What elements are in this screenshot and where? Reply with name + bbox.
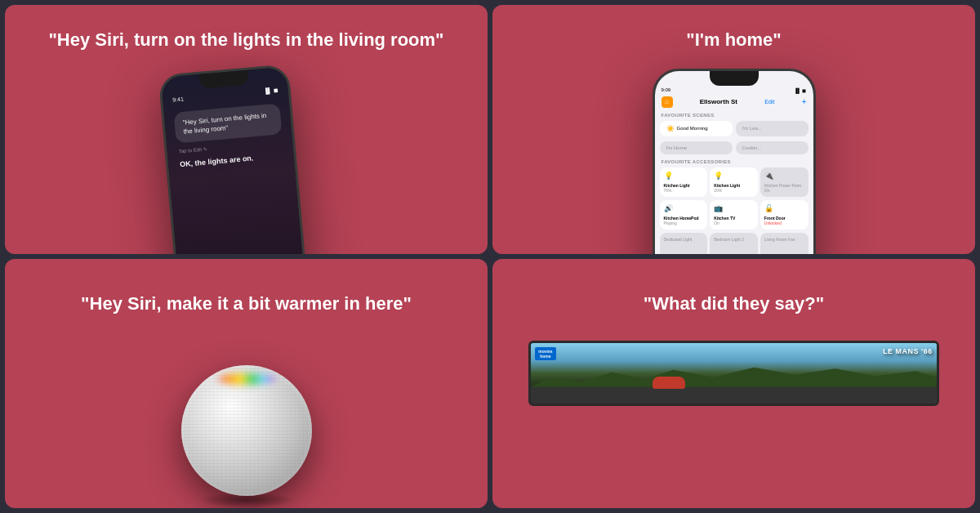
home-app-screen: 9:09 ▐▌ ◼ ⌂ Ellsworth St Edit + Favourit… (655, 71, 813, 254)
kitchen-power-name: Kitchen Power Point (764, 183, 804, 188)
kitchen-homepod-name: Kitchen HomePod (664, 216, 704, 221)
accessories-grid-top: 💡 Kitchen Light 76% 💡 Kitchen Light 20% … (660, 167, 808, 197)
front-door-tile[interactable]: 🔓 Front Door Unlocked (760, 200, 808, 230)
panel2-quote: "I'm home" (662, 28, 806, 52)
homepod-icon: 🔊 (664, 204, 704, 212)
device-2-name: Bedroom Light 2 (714, 237, 754, 242)
homepod-mesh (181, 365, 312, 496)
front-door-status: Unlocked (764, 221, 804, 225)
device-3-name: Living Room Fan (764, 237, 804, 242)
kitchen-power-status: On (764, 188, 804, 193)
scene-im-leaving[interactable]: I'm Lea... (736, 121, 808, 136)
siri-status-bar: 9:41 ▐▌ ◼ (172, 87, 278, 102)
panel3-quote: "Hey Siri, make it a bit warmer in here" (56, 292, 436, 316)
sun-icon: ☀️ (666, 125, 675, 132)
power-icon: 🔌 (764, 172, 804, 180)
kitchen-light-1-pct: 76% (664, 188, 704, 193)
kitchen-light-2-pct: 20% (714, 188, 754, 193)
tv-movie-title: LE MANS '66 (883, 347, 933, 355)
home-plus: + (802, 97, 807, 106)
im-leaving-label: I'm Lea... (742, 126, 763, 131)
movies-badge: movies home (535, 347, 555, 360)
home-app-icon: ⌂ (662, 96, 673, 108)
device-1-tile[interactable]: Dedicated Light (660, 233, 708, 254)
home-header: ⌂ Ellsworth St Edit + (660, 96, 808, 108)
device-3-tile[interactable]: Living Room Fan (760, 233, 808, 254)
accessories-grid-bottom: 🔊 Kitchen HomePod Playing 📺 Kitchen TV O… (660, 200, 808, 230)
tv-icon: 📺 (714, 204, 754, 212)
im-home-label: I'm Home (666, 145, 687, 150)
device-1-name: Dedicated Light (664, 237, 704, 242)
siri-screen: 9:41 ▐▌ ◼ "Hey Siri, turn on the lights … (160, 66, 308, 254)
kitchen-homepod-tile[interactable]: 🔊 Kitchen HomePod Playing (660, 200, 708, 230)
siri-time: 9:41 (172, 96, 183, 102)
home-signal: ▐▌ ◼ (794, 87, 806, 93)
home-edit: Edit (764, 99, 774, 105)
panel4-quote: "What did they say?" (619, 292, 849, 316)
kitchen-light-2-tile[interactable]: 💡 Kitchen Light 20% (710, 167, 758, 197)
lightbulb-icon: 💡 (664, 172, 704, 180)
tv-screen: movies home LE MANS '66 (531, 343, 936, 404)
home-location: Ellsworth St (700, 98, 737, 105)
siri-signal: ▐▌ ◼ (263, 87, 278, 95)
lightbulb2-icon: 💡 (714, 172, 754, 180)
tv-road (531, 387, 936, 404)
kitchen-homepod-status: Playing (664, 221, 704, 225)
lock-icon: 🔓 (764, 204, 804, 212)
siri-bubble-text: "Hey Siri, turn on the lights in the liv… (182, 110, 274, 136)
panel1-quote: "Hey Siri, turn on the lights in the liv… (24, 28, 468, 52)
iphone-home-mockup: 9:09 ▐▌ ◼ ⌂ Ellsworth St Edit + Favourit… (653, 69, 816, 254)
favourite-accessories-label: Favourite Accessories (660, 159, 808, 164)
scene-im-home[interactable]: I'm Home (660, 141, 733, 154)
tv-mockup: movies home LE MANS '66 (528, 341, 938, 406)
siri-glow-ring (218, 373, 275, 385)
scenes-row-bottom: I'm Home Cookin... (660, 141, 808, 154)
kitchen-light-1-tile[interactable]: 💡 Kitchen Light 76% (660, 167, 708, 197)
favourite-scenes-label: Favourite Scenes (660, 113, 808, 118)
accessories-grid-extra: Dedicated Light Bedroom Light 2 Living R… (660, 233, 808, 254)
scenes-row-top: ☀️ Good Morning I'm Lea... (660, 121, 808, 136)
panel-what-did-they-say: "What did they say?" movies home LE MANS… (492, 259, 975, 508)
good-morning-label: Good Morning (677, 126, 708, 131)
device-2-tile[interactable]: Bedroom Light 2 (710, 233, 758, 254)
panel-im-home: "I'm home" 9:09 ▐▌ ◼ ⌂ Ellsworth St Edit… (492, 5, 975, 254)
homepod-visual (169, 353, 324, 508)
home-status-bar: 9:09 ▐▌ ◼ (660, 87, 808, 93)
kitchen-tv-status: On (714, 221, 754, 225)
homepod-area (5, 332, 488, 508)
homepod-body (181, 365, 312, 496)
scene-good-morning[interactable]: ☀️ Good Morning (660, 121, 733, 136)
panel-homepod: "Hey Siri, make it a bit warmer in here" (5, 259, 488, 508)
kitchen-tv-tile[interactable]: 📺 Kitchen TV On (710, 200, 758, 230)
home-time: 9:09 (662, 87, 671, 92)
cooking-label: Cookin... (742, 145, 762, 150)
siri-bubble: "Hey Siri, turn on the lights in the liv… (173, 103, 282, 144)
iphone-siri-mockup: 9:41 ▐▌ ◼ "Hey Siri, turn on the lights … (158, 64, 310, 254)
panel-siri-lights: "Hey Siri, turn on the lights in the liv… (5, 5, 488, 254)
iphone-home-notch (710, 71, 759, 86)
scene-cooking[interactable]: Cookin... (736, 141, 808, 154)
car-silhouette (653, 377, 685, 389)
kitchen-power-tile[interactable]: 🔌 Kitchen Power Point On (760, 167, 808, 197)
